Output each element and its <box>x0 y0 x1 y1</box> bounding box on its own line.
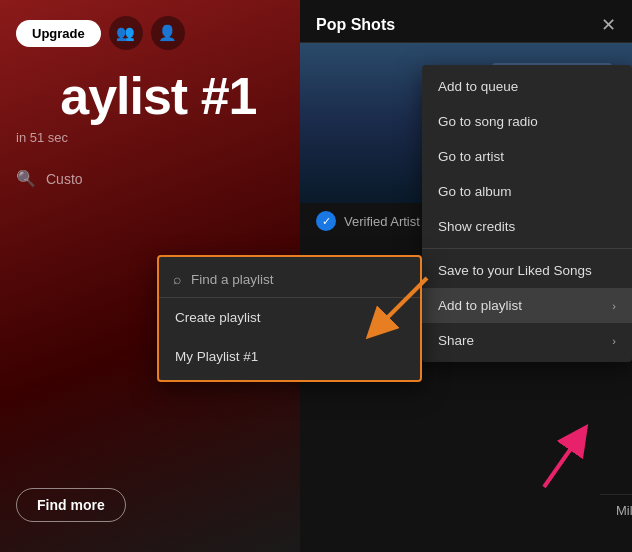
verified-label: Verified Artist <box>344 214 420 229</box>
panel-title: Pop Shots <box>316 16 395 34</box>
close-button[interactable]: ✕ <box>601 16 616 34</box>
context-menu-go-to-artist[interactable]: Go to artist <box>422 139 632 174</box>
verified-badge-icon: ✓ <box>316 211 336 231</box>
context-menu-go-to-album[interactable]: Go to album <box>422 174 632 209</box>
context-menu-show-credits[interactable]: Show credits <box>422 209 632 244</box>
context-menu: Add to queue Go to song radio Go to arti… <box>422 65 632 362</box>
submenu-search-row: ⌕ Find a playlist <box>159 261 420 298</box>
user-icon: 👤 <box>158 24 177 42</box>
song-row: Miley Cyrus 3:51 ♡ ••• <box>600 494 632 552</box>
context-menu-share[interactable]: Share › <box>422 323 632 358</box>
chevron-right-icon: › <box>612 300 616 312</box>
search-row: 🔍 Custo <box>0 153 300 188</box>
song-meta: Miley Cyrus 3:51 <box>616 503 632 518</box>
playlist-title: playlist #1 <box>0 50 300 122</box>
group-icon-button[interactable]: 👥 <box>109 16 143 50</box>
submenu-create-playlist[interactable]: Create playlist <box>159 298 420 337</box>
chevron-right-share-icon: › <box>612 335 616 347</box>
context-menu-add-to-queue[interactable]: Add to queue <box>422 69 632 104</box>
group-icon: 👥 <box>116 24 135 42</box>
context-menu-add-to-playlist[interactable]: Add to playlist › <box>422 288 632 323</box>
user-icon-button[interactable]: 👤 <box>151 16 185 50</box>
top-bar: Upgrade 👥 👤 <box>0 0 300 50</box>
submenu-search-placeholder[interactable]: Find a playlist <box>191 272 274 287</box>
submenu-search-icon: ⌕ <box>173 271 181 287</box>
upgrade-button[interactable]: Upgrade <box>16 20 101 47</box>
context-menu-save-liked[interactable]: Save to your Liked Songs <box>422 253 632 288</box>
search-icon: 🔍 <box>16 169 36 188</box>
song-header: Pop Shots ✕ <box>300 0 632 43</box>
song-artist: Miley Cyrus <box>616 503 632 518</box>
context-menu-divider <box>422 248 632 249</box>
playlist-subtitle: in 51 sec <box>0 122 300 153</box>
song-actions: ♡ ••• <box>616 518 632 544</box>
custom-label: Custo <box>46 171 83 187</box>
submenu-my-playlist-1[interactable]: My Playlist #1 <box>159 337 420 376</box>
add-to-playlist-submenu: ⌕ Find a playlist Create playlist My Pla… <box>157 255 422 382</box>
find-more-button[interactable]: Find more <box>16 488 126 522</box>
context-menu-go-to-song-radio[interactable]: Go to song radio <box>422 104 632 139</box>
